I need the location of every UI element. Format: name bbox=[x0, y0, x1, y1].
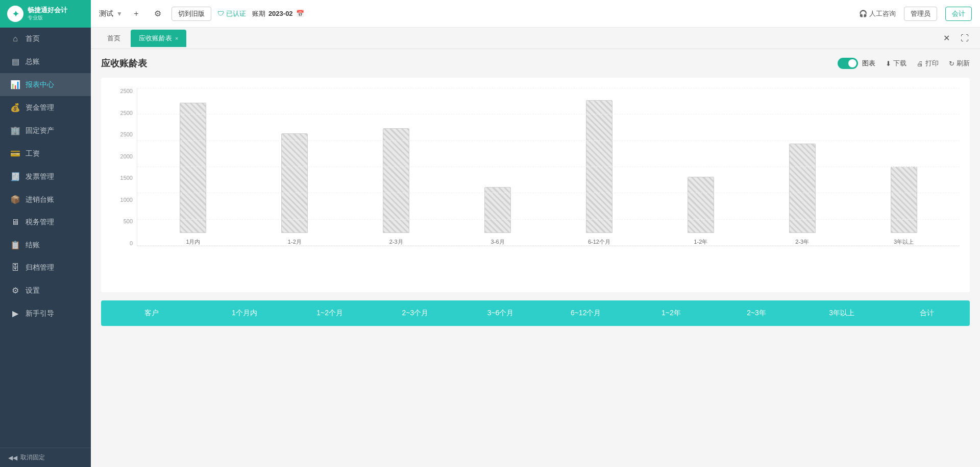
y-label-2000: 2500 bbox=[120, 110, 133, 116]
assets-icon: 🏢 bbox=[10, 126, 20, 135]
sidebar-item-salary[interactable]: 💳 工资 bbox=[0, 142, 91, 165]
download-button[interactable]: ⬇ 下载 bbox=[886, 59, 906, 68]
sidebar-item-assets[interactable]: 🏢 固定资产 bbox=[0, 119, 91, 142]
bar-label-1-2year: 1-2年 bbox=[694, 238, 707, 246]
table-container: 客户 1个月内 1~2个月 2~3个月 3~6个月 6~12 bbox=[101, 300, 970, 326]
project-selector[interactable]: 测试 ▼ bbox=[99, 9, 122, 18]
bar-label-1-2month: 1-2月 bbox=[288, 238, 302, 246]
bar-label-1month: 1月内 bbox=[186, 238, 200, 246]
user-button[interactable]: 管理员 bbox=[904, 7, 937, 21]
sidebar-item-home[interactable]: ⌂ 首页 bbox=[0, 28, 91, 50]
content-area: 首页 应收账龄表 × ✕ ⛶ 应收账龄表 图表 bbox=[91, 28, 980, 467]
settings-icon: ⚙ bbox=[10, 286, 20, 295]
table-header-2-3month: 2~3个月 bbox=[373, 300, 458, 326]
tabs-right-actions: ✕ ⛶ bbox=[939, 31, 972, 45]
topbar-settings-button[interactable]: ⚙ bbox=[150, 6, 165, 21]
add-company-button[interactable]: + bbox=[129, 6, 144, 21]
sidebar-nav: ⌂ 首页 ▤ 总账 📊 报表中心 💰 资金管理 🏢 固定资产 💳 工资 🧾 发票… bbox=[0, 28, 91, 448]
logo-icon: ✦ bbox=[7, 6, 23, 22]
dropdown-icon: ▼ bbox=[116, 10, 122, 17]
chart-inner: 1月内 1-2月 2-3月 bbox=[137, 88, 960, 246]
reports-icon: 📊 bbox=[10, 80, 20, 89]
print-button[interactable]: 🖨 打印 bbox=[917, 59, 939, 68]
bar-column-6-12month: 6-12个月 bbox=[586, 100, 612, 246]
download-icon: ⬇ bbox=[886, 60, 891, 67]
bar-column-1-2month: 1-2月 bbox=[281, 133, 308, 246]
table-header-6-12month: 6~12个月 bbox=[543, 300, 628, 326]
settlement-icon: 📋 bbox=[10, 240, 20, 250]
switch-old-version-button[interactable]: 切到旧版 bbox=[172, 7, 211, 21]
bar-label-2-3year: 2-3年 bbox=[795, 238, 809, 246]
table-header-1-2month: 1~2个月 bbox=[287, 300, 373, 326]
maximize-button[interactable]: ⛶ bbox=[958, 31, 972, 45]
logo-text: 畅捷通好会计 专业版 bbox=[28, 6, 67, 22]
refresh-icon: ↻ bbox=[949, 60, 954, 67]
bar-column-3year-plus: 3年以上 bbox=[891, 167, 917, 246]
sidebar-item-guide[interactable]: ▶ 新手引导 bbox=[0, 302, 91, 325]
pin-icon: ◀◀ bbox=[8, 454, 17, 461]
bar-label-3-6month: 3-6月 bbox=[491, 238, 505, 246]
print-icon: 🖨 bbox=[917, 60, 923, 67]
sidebar-item-archive[interactable]: 🗄 归档管理 bbox=[0, 256, 91, 279]
page-title: 应收账龄表 bbox=[101, 57, 147, 69]
close-panel-button[interactable]: ✕ bbox=[939, 31, 953, 45]
y-axis: 2500 2500 2500 2000 1500 1000 500 0 bbox=[111, 88, 137, 246]
table-header-customer: 客户 bbox=[101, 300, 202, 326]
page-actions: 图表 ⬇ 下载 🖨 打印 ↻ 刷新 bbox=[838, 58, 970, 69]
sidebar-item-tax[interactable]: 🖥 税务管理 bbox=[0, 211, 91, 233]
y-label-100: 500 bbox=[124, 218, 133, 224]
tax-icon: 🖥 bbox=[10, 218, 20, 227]
tab-home[interactable]: 首页 bbox=[99, 30, 129, 47]
calendar-icon[interactable]: 📅 bbox=[296, 10, 304, 17]
certified-badge: 🛡 已认证 bbox=[217, 9, 246, 18]
sidebar-item-settlement[interactable]: 📋 结账 bbox=[0, 233, 91, 256]
y-label-1000: 2000 bbox=[120, 153, 133, 159]
bar-label-2-3month: 2-3月 bbox=[389, 238, 403, 246]
gear-icon: ⚙ bbox=[154, 9, 161, 18]
tabs-bar: 首页 应收账龄表 × ✕ ⛶ bbox=[91, 28, 980, 49]
bar-label-3year-plus: 3年以上 bbox=[894, 238, 914, 246]
bar-label-6-12month: 6-12个月 bbox=[588, 238, 610, 246]
chart-toggle-label: 图表 bbox=[862, 59, 875, 68]
topbar-right: 🎧 人工咨询 管理员 会计 bbox=[859, 7, 972, 21]
funds-icon: 💰 bbox=[10, 103, 20, 112]
project-name: 测试 bbox=[99, 9, 113, 18]
bar-1-2month bbox=[281, 133, 308, 233]
sidebar-item-ledger[interactable]: ▤ 总账 bbox=[0, 50, 91, 73]
tab-close-button[interactable]: × bbox=[175, 35, 178, 41]
headset-icon: 🎧 bbox=[859, 10, 867, 17]
invoice-icon: 🧾 bbox=[10, 172, 20, 181]
bar-1-2year bbox=[688, 177, 714, 233]
topbar: 测试 ▼ + ⚙ 切到旧版 🛡 已认证 账期 2023-02 📅 🎧 人工咨询 bbox=[91, 0, 980, 28]
refresh-button[interactable]: ↻ 刷新 bbox=[949, 59, 970, 68]
y-label-500: 1500 bbox=[120, 175, 133, 181]
chart-container: 2500 2500 2500 2000 1500 1000 500 0 bbox=[101, 78, 970, 292]
page-header: 应收账龄表 图表 ⬇ 下载 🖨 打印 ↻ bbox=[101, 57, 970, 69]
bar-column-1-2year: 1-2年 bbox=[688, 177, 714, 246]
table-header-1-2year: 1~2年 bbox=[628, 300, 714, 326]
table-header-total: 合计 bbox=[885, 300, 970, 326]
tab-receivable-aging[interactable]: 应收账龄表 × bbox=[131, 30, 186, 47]
service-button[interactable]: 🎧 人工咨询 bbox=[859, 9, 896, 18]
bar-column-3-6month: 3-6月 bbox=[484, 187, 511, 246]
role-button[interactable]: 会计 bbox=[945, 7, 972, 21]
page-content: 应收账龄表 图表 ⬇ 下载 🖨 打印 ↻ bbox=[91, 49, 980, 467]
sidebar-item-inventory[interactable]: 📦 进销台账 bbox=[0, 188, 91, 211]
sidebar-item-funds[interactable]: 💰 资金管理 bbox=[0, 96, 91, 119]
sidebar: ✦ 畅捷通好会计 专业版 ⌂ 首页 ▤ 总账 📊 报表中心 💰 资金管理 🏢 固… bbox=[0, 0, 91, 467]
sidebar-item-invoice[interactable]: 🧾 发票管理 bbox=[0, 165, 91, 188]
bar-1month bbox=[180, 103, 206, 233]
table-header-3-6month: 3~6个月 bbox=[458, 300, 543, 326]
sidebar-logo: ✦ 畅捷通好会计 专业版 bbox=[0, 0, 91, 28]
bar-2-3month bbox=[383, 128, 409, 233]
sidebar-item-settings[interactable]: ⚙ 设置 bbox=[0, 279, 91, 302]
home-icon: ⌂ bbox=[10, 34, 20, 43]
inventory-icon: 📦 bbox=[10, 195, 20, 204]
bar-2-3year bbox=[789, 144, 816, 233]
cancel-fixed-button[interactable]: ◀◀ 取消固定 bbox=[0, 448, 91, 467]
add-icon: + bbox=[134, 9, 138, 18]
shield-icon: 🛡 bbox=[217, 10, 224, 17]
sidebar-item-reports[interactable]: 📊 报表中心 bbox=[0, 73, 91, 96]
chart-toggle[interactable] bbox=[838, 58, 858, 69]
y-label-0: 0 bbox=[130, 240, 133, 246]
